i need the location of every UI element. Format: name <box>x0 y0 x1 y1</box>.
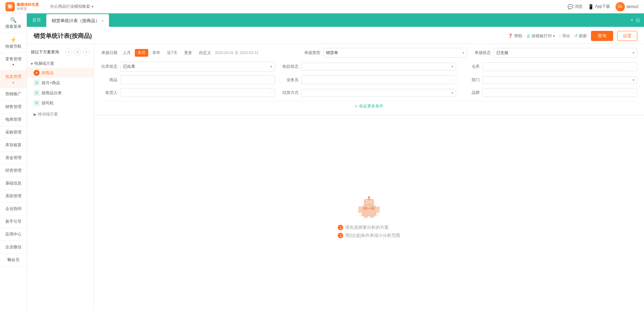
active-dot-icon: ● <box>36 71 37 74</box>
message-label: 消息 <box>575 4 583 9</box>
refresh-button[interactable]: ↺ 刷新 <box>574 33 587 39</box>
filter-department-label: 部门 <box>463 77 480 83</box>
sidebar-item-basic[interactable]: 基础信息 <box>0 177 26 190</box>
sidebar-label-inventory: 库存核算 <box>1 142 25 148</box>
tree-item-by-product-label: 按商品 <box>42 70 54 76</box>
sidebar-item-finance[interactable]: 资金管理 <box>0 152 26 164</box>
industry-selector[interactable]: 办公用品行业模拟账套 ▾ <box>50 4 93 9</box>
sidebar-label-guide: 新手引导 <box>1 219 25 224</box>
tree-item-by-month-product[interactable]: 月 按月+商品 <box>27 78 94 88</box>
filter-payment-status-label: 收款状态 <box>282 64 299 69</box>
edit-plan-button[interactable]: ✎ <box>74 49 81 55</box>
filter-doc-type-control[interactable]: 销货单 ▾ <box>323 48 467 58</box>
empty-tip-2-text: 用[过滤]条件来缩小分析范围 <box>345 232 400 239</box>
filter-salesperson-control[interactable]: ··· <box>301 75 456 84</box>
sidebar-item-wechat[interactable]: 企业微信 <box>0 241 26 254</box>
sidebar-item-sales[interactable]: 销售管理 <box>0 101 26 113</box>
sidebar-item-purchase[interactable]: 采购管理 <box>0 126 26 139</box>
payment-status-arrow-icon: ▾ <box>451 65 453 68</box>
print-icon: 🖨 <box>526 34 530 38</box>
mobile-expand-icon: ▶ <box>34 112 37 117</box>
desktop-group-header: ▾ 电脑端方案 <box>27 59 94 68</box>
print-arrow-icon: ▾ <box>553 34 555 38</box>
collapse-panel-button[interactable]: « <box>83 49 90 55</box>
setting-button[interactable]: 设置 <box>617 31 637 41</box>
date-btn-this-year[interactable]: 本年 <box>150 49 163 57</box>
tree-item-by-month-label: 按月+商品 <box>42 80 60 86</box>
sidebar-item-search[interactable]: 🔍 搜索菜单 <box>0 13 26 33</box>
export-button[interactable]: ↑ 导出 <box>559 33 570 39</box>
sidebar-item-ecommerce[interactable]: 电商管理 <box>0 113 26 126</box>
help-button[interactable]: ❓ 帮助 <box>508 33 522 39</box>
logo-icon: 畅 <box>5 2 15 11</box>
consignee-dots-icon: ··· <box>269 90 272 95</box>
date-btn-more[interactable]: 更多 <box>181 49 195 57</box>
date-btn-7days[interactable]: 近7天 <box>164 49 180 57</box>
query-button[interactable]: 查询 <box>591 31 613 41</box>
filter-consignee-label: 收货人 <box>101 90 117 96</box>
wholesale-arrow-icon: ▴ <box>12 80 14 84</box>
doc-type-arrow-icon: ▾ <box>463 51 464 55</box>
sidebar-item-retail[interactable]: 零售管理 ▾ <box>0 53 26 70</box>
left-panel: 按以下方案查询 + ✎ « ▾ 电脑端方案 ● <box>27 44 94 310</box>
filter-warehouse-item: 仓库 ··· <box>463 62 637 71</box>
filter-product-control[interactable]: ··· <box>120 75 275 84</box>
date-btn-this-month[interactable]: 本月 <box>135 49 148 57</box>
tab-home-label: 首页 <box>32 17 41 23</box>
message-button[interactable]: 💬 消息 <box>568 4 583 9</box>
tree-item-by-printer-label: 按司机 <box>42 100 54 106</box>
quick-nav-icon: ⚡ <box>1 37 25 43</box>
top-header: 畅 畅捷信好生意 标账版 办公用品行业模拟账套 ▾ 💬 消息 📱 App下载 E… <box>0 0 644 13</box>
filter-payment-status-control[interactable]: ▾ <box>301 63 456 70</box>
tab-window-maximize[interactable]: ⊡ <box>636 17 640 23</box>
filter-doc-type-value: 销货单 <box>326 50 338 56</box>
filter-warehouse-status-control[interactable]: 已出库 ▾ <box>120 62 275 71</box>
sidebar-item-enterprise[interactable]: 企业协同 <box>0 203 26 215</box>
filter-doc-status-control[interactable]: 已生效 ▾ <box>493 48 638 58</box>
left-panel-title: 按以下方案查询 <box>31 49 59 55</box>
filter-consignee-control[interactable]: ··· <box>120 88 275 97</box>
warehouse-status-arrow-icon: ▾ <box>270 65 272 68</box>
filter-brand-item: 品牌 ··· <box>463 88 637 97</box>
tree-item-icon-1: 月 <box>34 80 40 86</box>
date-btn-custom[interactable]: 自定义 <box>196 49 214 57</box>
sidebar-item-inventory[interactable]: 库存核算 <box>0 139 26 152</box>
tab-home[interactable]: 首页 <box>27 13 46 27</box>
sidebar-item-member[interactable]: 畅会员 <box>0 254 26 266</box>
add-plan-button[interactable]: + <box>65 49 72 55</box>
collapse-filter-button[interactable]: ∧ 收起更多条件 <box>101 101 637 111</box>
filter-warehouse-control[interactable]: ··· <box>482 62 637 71</box>
sidebar-item-quick-nav[interactable]: ⚡ 快捷导航 <box>0 33 26 53</box>
app-download-button[interactable]: 📱 App下载 <box>588 4 610 9</box>
sidebar: 🔍 搜索菜单 ⚡ 快捷导航 零售管理 ▾ 批发管理 ▴ 营销推广 销售管理 电商… <box>0 13 27 310</box>
tree-item-by-product[interactable]: ● 按商品 <box>27 68 94 78</box>
user-profile[interactable]: Ea demo2 <box>615 2 639 11</box>
sidebar-item-guide[interactable]: 新手引导 <box>0 215 26 228</box>
empty-tips: 1 请先选择要分析的方案 2 用[过滤]条件来缩小分析范围 <box>338 224 400 239</box>
filter-date-item: 单据日期 上月 本月 本年 近7天 更多 自定义 2023-03-01 至 20… <box>101 49 297 57</box>
svg-rect-2 <box>363 207 367 210</box>
date-controls: 上月 本月 本年 近7天 更多 自定义 2023-03-01 至 2023-03… <box>120 49 297 57</box>
filter-brand-control[interactable]: ··· <box>482 88 637 97</box>
sidebar-item-marketing[interactable]: 营销推广 <box>0 88 26 101</box>
tab-window-close[interactable]: × <box>631 17 633 23</box>
tab-active[interactable]: 销货单统计表（按商品） × <box>46 14 109 28</box>
date-btn-last-month[interactable]: 上月 <box>120 49 133 57</box>
tab-close-icon[interactable]: × <box>102 19 104 23</box>
sidebar-item-app-center[interactable]: 应用中心 <box>0 228 26 241</box>
tree-item-by-printer[interactable]: 司 按司机 <box>27 98 94 108</box>
print-button[interactable]: 🖨 按模板打印 ▾ <box>526 33 555 39</box>
retail-arrow-icon: ▾ <box>12 63 14 66</box>
filter-settlement-control[interactable]: ▾ <box>301 89 456 97</box>
svg-rect-3 <box>371 207 375 210</box>
divider-logo <box>44 3 45 10</box>
tree-item-by-category[interactable]: 分 按商品分类 <box>27 88 94 98</box>
sidebar-item-system[interactable]: 系统管理 <box>0 190 26 203</box>
sidebar-label-quick-nav: 快捷导航 <box>1 44 25 49</box>
sidebar-item-operation[interactable]: 经营管理 <box>0 164 26 177</box>
sidebar-item-wholesale[interactable]: 批发管理 ▴ <box>0 70 26 88</box>
mobile-group-header: ▶ 移动端方案 <box>27 110 94 118</box>
filter-department-control[interactable]: ▾ <box>482 76 637 84</box>
logo-line2: 标账版 <box>17 7 39 11</box>
svg-rect-15 <box>370 215 374 218</box>
